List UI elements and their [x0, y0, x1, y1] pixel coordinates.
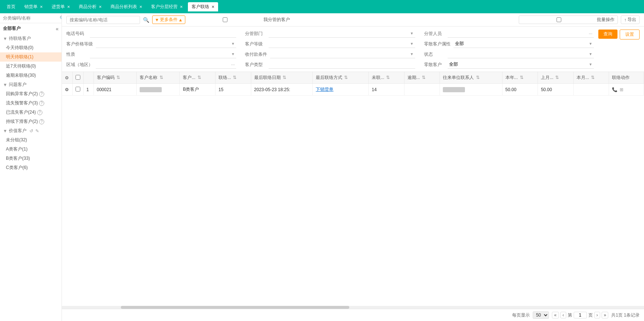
last-month-column-header[interactable]: 上月... ⇅	[538, 72, 574, 84]
first-page-button[interactable]: «	[552, 312, 559, 318]
query-button[interactable]: 查询	[598, 30, 617, 39]
nav-product-analysis[interactable]: 商品分析 ✕	[75, 2, 105, 11]
code-column-header[interactable]: 客户编码 ⇅	[94, 72, 137, 84]
sidebar-item-tomorrow[interactable]: 明天待联络(1)	[0, 52, 62, 62]
scrollbar-thumb[interactable]	[121, 306, 349, 309]
close-product-analysis-list-icon[interactable]: ✕	[139, 5, 142, 9]
row-select-checkbox[interactable]	[76, 87, 80, 92]
export-icon: ↑	[624, 17, 626, 23]
row-checkbox[interactable]	[72, 84, 83, 96]
payment-input[interactable]: ▼	[270, 50, 415, 58]
overdue-column-header[interactable]: 逾期... ⇅	[404, 72, 440, 84]
row-gear[interactable]: ⚙	[62, 84, 72, 96]
retail-input[interactable]: 全部 ▼	[448, 61, 594, 69]
page-size-select[interactable]: 50	[533, 311, 549, 319]
sidebar-item-b-class[interactable]: B类客户(33)	[0, 154, 62, 163]
export-button[interactable]: ↑ 导出	[621, 15, 640, 24]
action-phone-icon[interactable]: 📞	[612, 87, 617, 92]
customer-level-input[interactable]: ▼	[269, 40, 415, 48]
help-repurchase-icon[interactable]: ?	[39, 92, 44, 97]
sidebar-item-7days[interactable]: 近7天待联络(0)	[0, 62, 62, 71]
row-last-method[interactable]: 下销货单	[313, 84, 369, 96]
row-uncontacted: 14	[369, 84, 405, 96]
nav-home[interactable]: 首页	[3, 2, 19, 11]
last-date-column-header[interactable]: 最后联络日期 ⇅	[251, 72, 313, 84]
nav-customer-contact[interactable]: 客户联络 ✕	[188, 2, 218, 11]
close-product-analysis-icon[interactable]: ✕	[99, 5, 102, 9]
type-column-header[interactable]: 客户... ⇅	[180, 72, 216, 84]
batch-op-checkbox[interactable]	[522, 17, 596, 22]
sidebar-item-a-class[interactable]: A类客户(1)	[0, 145, 62, 154]
help-declining-icon[interactable]: ?	[39, 119, 44, 124]
filter-nature: 性质 ▼	[66, 50, 236, 58]
value-group-edit-icon[interactable]: ✎	[35, 128, 39, 134]
my-customers-checkbox-wrap[interactable]: 我分管的客户	[188, 17, 290, 23]
index-column-header	[83, 72, 94, 84]
filter-more-button[interactable]: ▼ 更多条件 ▲	[152, 15, 185, 24]
sidebar-item-churn-warning[interactable]: 流失预警客户(3) ?	[0, 99, 62, 108]
dept-input[interactable]: ▼	[269, 30, 415, 38]
unit-contact-column-header[interactable]: 往来单位联系人 ⇅	[440, 72, 502, 84]
customer-type-input[interactable]	[269, 61, 415, 69]
person-input[interactable]: ···	[448, 30, 594, 38]
filter-retail-attr: 零散客户属性 全部 ▼	[424, 40, 594, 48]
help-churn-warning-icon[interactable]: ?	[39, 101, 44, 106]
horizontal-scrollbar[interactable]	[62, 306, 644, 309]
last-page-button[interactable]: »	[602, 312, 609, 318]
this-month-column-header[interactable]: 本月... ⇅	[573, 72, 609, 84]
price-level-input[interactable]: ▼	[96, 40, 236, 48]
last-method-column-header[interactable]: 最后联络方式 ⇅	[313, 72, 369, 84]
close-customer-contact-icon[interactable]: ✕	[211, 5, 214, 9]
value-group-refresh-icon[interactable]: ↺	[29, 128, 33, 134]
filter-row-4: 区域（地区） ··· 客户类型	[66, 61, 594, 69]
contact-column-header[interactable]: 联络... ⇅	[216, 72, 251, 84]
filter-dept: 分管部门 ▼	[245, 30, 415, 38]
pending-contact-group: ▼ 待联络客户	[0, 34, 62, 43]
sidebar-item-ungrouped[interactable]: 未分组(32)	[0, 135, 62, 145]
action-grid-icon[interactable]: ⊞	[620, 87, 623, 92]
gear-column-header[interactable]: ⚙	[62, 72, 72, 84]
nav-purchase-order[interactable]: 进货单 ✕	[48, 2, 74, 11]
row-last-month: 50.00	[538, 84, 574, 96]
nav-customer-segment[interactable]: 客户分层经营 ✕	[147, 2, 186, 11]
phone-input[interactable]	[90, 30, 236, 38]
sidebar-search-input[interactable]	[3, 15, 58, 21]
this-year-column-header[interactable]: 本年... ⇅	[502, 72, 538, 84]
sidebar-item-c-class[interactable]: C类客户(6)	[0, 163, 62, 172]
sidebar-item-overdue[interactable]: 逾期未联络(30)	[0, 71, 62, 80]
nav-product-analysis-list[interactable]: 商品分析列表 ✕	[107, 2, 146, 11]
search-button[interactable]: 🔍	[143, 17, 149, 23]
this-year-sort-icon: ⇅	[520, 75, 524, 80]
table-header-row: ⚙ 客户编码 ⇅ 客户名称 ⇅	[62, 72, 644, 84]
sidebar-item-declining[interactable]: 持续下滑客户(2) ?	[0, 117, 62, 126]
filter-row-2: 客户价格等级 ▼ 客户等级 ▼	[66, 40, 594, 48]
prev-page-button[interactable]: ‹	[560, 312, 566, 318]
nature-arrow-icon: ▼	[231, 52, 235, 56]
help-churned-icon[interactable]: ?	[37, 110, 42, 115]
sidebar-item-today[interactable]: 今天待联络(0)	[0, 43, 62, 52]
select-all-checkbox[interactable]	[76, 75, 80, 80]
retail-attr-input[interactable]: 全部 ▼	[454, 40, 594, 48]
uncontacted-column-header[interactable]: 未联... ⇅	[369, 72, 405, 84]
filter-up-icon: ▲	[178, 17, 183, 23]
batch-op-button[interactable]: 批量操作	[519, 15, 618, 24]
close-sales-order-icon[interactable]: ✕	[40, 5, 43, 9]
reset-button[interactable]: 设置	[620, 30, 640, 39]
search-input[interactable]	[66, 16, 140, 24]
status-input[interactable]: ▼	[448, 50, 594, 58]
filter-retail: 零散客户 全部 ▼	[424, 61, 594, 69]
my-customers-checkbox[interactable]	[188, 17, 262, 22]
close-purchase-order-icon[interactable]: ✕	[67, 5, 70, 9]
type-sort-icon: ⇅	[197, 75, 201, 80]
name-column-header[interactable]: 客户名称 ⇅	[137, 72, 180, 84]
sidebar-item-repurchase-abnormal[interactable]: 回购异常客户(2) ?	[0, 89, 62, 99]
content-area: 🔍 ▼ 更多条件 ▲ 我分管的客户 批量操作 ↑ 导出	[62, 13, 644, 321]
nav-sales-order[interactable]: 销货单 ✕	[21, 2, 46, 11]
close-customer-segment-icon[interactable]: ✕	[180, 5, 183, 9]
nature-input[interactable]: ▼	[90, 50, 236, 58]
all-customers-header[interactable]: 全部客户 «	[0, 23, 62, 34]
region-input[interactable]: ···	[96, 61, 236, 69]
next-page-button[interactable]: ›	[594, 312, 600, 318]
sidebar-item-churned[interactable]: 已流失客户(24) ?	[0, 108, 62, 117]
page-number-input[interactable]	[574, 312, 587, 318]
